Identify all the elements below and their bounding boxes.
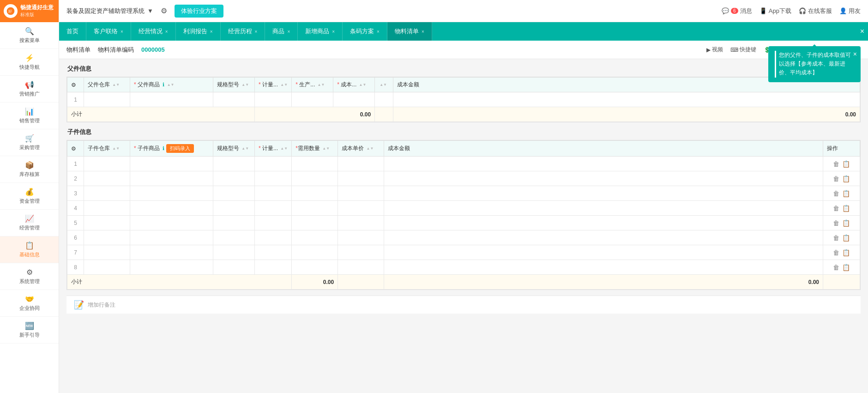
parent-cost-cell[interactable] (333, 92, 375, 107)
child-qty-input-2[interactable] (292, 171, 338, 186)
tab-barcode-close[interactable]: × (377, 29, 380, 34)
parent-warehouse-cell[interactable] (84, 92, 130, 107)
delete-icon[interactable]: 🗑 (833, 249, 839, 256)
tab-add-goods[interactable]: 新增商品 × (298, 22, 343, 41)
parent-product-input[interactable] (130, 92, 213, 107)
delete-icon[interactable]: 🗑 (833, 190, 839, 197)
tab-operation-close[interactable]: × (165, 29, 168, 34)
child-warehouse-cell-1[interactable] (84, 157, 130, 171)
sidebar-item-inventory[interactable]: 📦 库存核算 (0, 156, 59, 183)
sort-icon[interactable]: ▲▼ (112, 83, 120, 87)
child-amount-input-1[interactable] (384, 157, 823, 171)
sort-icon[interactable]: ▲▼ (280, 83, 288, 87)
copy-icon[interactable]: 📋 (842, 249, 850, 256)
tab-goods-close[interactable]: × (287, 29, 290, 34)
sort-icon[interactable]: ▲▼ (280, 147, 288, 151)
copy-icon[interactable]: 📋 (842, 264, 850, 271)
copy-icon[interactable]: 📋 (842, 205, 850, 212)
tab-home[interactable]: 首页 (59, 22, 86, 41)
info-icon[interactable]: ℹ (163, 145, 164, 151)
tab-bom[interactable]: 物料清单 × (387, 22, 432, 41)
delete-icon[interactable]: 🗑 (833, 175, 839, 182)
parent-unit-input[interactable] (255, 92, 291, 107)
sidebar-item-purchase[interactable]: 🛒 采购管理 (0, 129, 59, 156)
child-warehouse-input-1[interactable] (84, 157, 130, 171)
child-spec-cell-2[interactable] (213, 171, 255, 186)
copy-icon[interactable]: 📋 (842, 175, 850, 182)
child-unit-cell-2[interactable] (255, 171, 292, 186)
sort-icon[interactable]: ▲▼ (318, 83, 325, 87)
child-unit-cost-cell-2[interactable] (338, 171, 384, 186)
delete-icon[interactable]: 🗑 (833, 264, 839, 271)
sidebar-item-system[interactable]: ⚙ 系统管理 (0, 263, 59, 290)
sort-icon[interactable]: ▲▼ (380, 83, 387, 87)
video-action[interactable]: ▶ 视频 (706, 46, 723, 54)
child-product-input-2[interactable] (130, 171, 213, 186)
sort-icon[interactable]: ▲▼ (112, 147, 120, 151)
child-spec-input-2[interactable] (213, 171, 254, 186)
child-unit-cell-1[interactable] (255, 157, 292, 171)
sidebar-item-quicknav[interactable]: ⚡ 快捷导航 (0, 49, 59, 76)
parent-produce-cell[interactable] (292, 92, 333, 107)
child-amount-cell-2[interactable] (384, 171, 823, 186)
tab-history[interactable]: 经营历程 × (221, 22, 265, 41)
child-product-cell-1[interactable] (130, 157, 213, 171)
system-dropdown-icon[interactable]: ▼ (147, 7, 153, 14)
child-amount-input-2[interactable] (384, 171, 823, 186)
parent-amount-input[interactable] (393, 92, 860, 107)
tab-history-close[interactable]: × (255, 29, 258, 34)
shortcut-action[interactable]: ⌨ 快捷键 (730, 46, 756, 54)
add-row-icon[interactable]: 📝 (74, 300, 84, 310)
child-spec-input-1[interactable] (213, 157, 254, 171)
delete-icon[interactable]: 🗑 (833, 160, 839, 168)
sort-icon[interactable]: ▲▼ (241, 147, 249, 151)
sort-icon[interactable]: ▲▼ (241, 83, 249, 87)
tab-profit-close[interactable]: × (210, 29, 213, 34)
copy-icon[interactable]: 📋 (842, 234, 850, 242)
info-icon[interactable]: ℹ (163, 82, 164, 87)
sidebar-item-search[interactable]: 🔍 搜索菜单 (0, 22, 59, 49)
child-product-input-1[interactable] (130, 157, 213, 171)
tab-customer[interactable]: 客户联络 × (86, 22, 131, 41)
parent-unit-cell[interactable] (255, 92, 292, 107)
app-download-item[interactable]: 📱 App下载 (760, 7, 791, 15)
sort-icon[interactable]: ▲▼ (367, 147, 374, 151)
breadcrumb-item1[interactable]: 物料清单 (66, 46, 94, 54)
sidebar-item-finance[interactable]: 💰 资金管理 (0, 183, 59, 210)
tab-operation[interactable]: 经营情况 × (131, 22, 176, 41)
child-unit-input-2[interactable] (255, 171, 291, 186)
message-item[interactable]: 💬 6 消息 (722, 7, 752, 15)
sidebar-item-basic-info[interactable]: 📋 基础信息 (0, 236, 59, 263)
sort-icon[interactable]: ▲▼ (167, 83, 175, 87)
copy-icon[interactable]: 📋 (842, 160, 850, 168)
delete-icon[interactable]: 🗑 (833, 219, 839, 227)
parent-amount-cell[interactable] (393, 92, 860, 107)
copy-icon[interactable]: 📋 (842, 219, 850, 227)
parent-product-cell[interactable] (130, 92, 213, 107)
parent-cost-input[interactable] (333, 92, 374, 107)
delete-icon[interactable]: 🗑 (833, 205, 839, 212)
child-qty-cell-2[interactable] (292, 171, 338, 186)
trial-button[interactable]: 体验行业方案 (175, 5, 223, 18)
child-warehouse-cell-2[interactable] (84, 171, 130, 186)
tab-customer-close[interactable]: × (121, 29, 123, 34)
tab-bom-close[interactable]: × (422, 29, 424, 34)
tab-goods[interactable]: 商品 × (265, 22, 298, 41)
delete-icon[interactable]: 🗑 (833, 234, 839, 242)
sort-icon[interactable]: ▲▼ (359, 83, 367, 87)
sidebar-item-collab[interactable]: 🤝 企业协同 (0, 290, 59, 317)
child-unit-input-1[interactable] (255, 157, 291, 171)
user-item[interactable]: 👤 用友 (839, 7, 861, 15)
child-unit-cost-cell-1[interactable] (338, 157, 384, 171)
child-warehouse-input-2[interactable] (84, 171, 130, 186)
parent-spec-cell[interactable] (213, 92, 255, 107)
scan-button[interactable]: 扫码录入 (166, 144, 194, 153)
parent-warehouse-input[interactable] (84, 92, 130, 107)
online-service-item[interactable]: 🎧 在线客服 (799, 7, 832, 15)
parent-extra-input[interactable] (375, 92, 393, 107)
sort-icon[interactable]: ▲▼ (322, 147, 330, 151)
settings-icon[interactable]: ⚙ (161, 6, 167, 15)
close-all-tabs[interactable]: × (856, 27, 868, 36)
parent-spec-input[interactable] (213, 92, 254, 107)
sidebar-item-operations[interactable]: 📈 经营管理 (0, 210, 59, 236)
